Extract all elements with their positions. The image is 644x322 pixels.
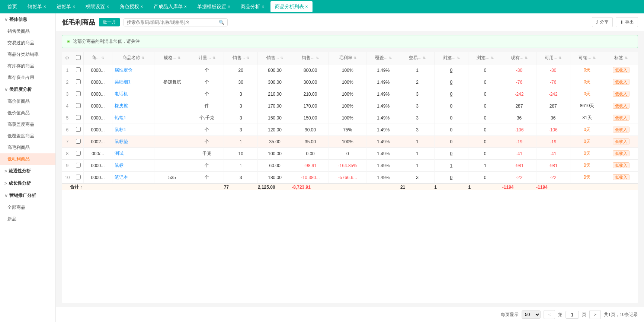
nav-item[interactable]: 进货单 × <box>52 1 80 12</box>
sidebar-item[interactable]: 有库存的商品 <box>0 60 55 72</box>
product-name[interactable]: 笔记本 <box>112 172 154 184</box>
browse-count-1[interactable]: 0 <box>434 88 468 100</box>
nav-item[interactable]: 商品分析列表 × <box>270 1 313 12</box>
browse-count-1[interactable]: 0 <box>434 76 468 88</box>
sort-icon[interactable]: ⇅ <box>525 56 528 60</box>
sidebar-group-title[interactable]: ∨ 整体信息 <box>0 13 55 26</box>
sort-icon[interactable]: ⇅ <box>491 56 494 60</box>
product-name[interactable]: 测试 <box>112 148 154 160</box>
sort-icon[interactable]: ⇅ <box>625 56 628 60</box>
sort-icon[interactable]: ⇅ <box>423 56 426 60</box>
row-checkbox-cell[interactable] <box>73 64 83 76</box>
nav-item[interactable]: 产成品入库单 × <box>149 1 191 12</box>
page-input[interactable] <box>565 311 579 319</box>
column-header-sales_amount[interactable]: 销售... ⇅ <box>258 52 292 64</box>
product-name[interactable]: 属性定价 <box>112 64 154 76</box>
column-header-trade_count[interactable]: 交易... ⇅ <box>400 52 434 64</box>
browse-count-1[interactable]: 1 <box>434 160 468 172</box>
sort-icon[interactable]: ⇅ <box>389 56 392 60</box>
browse-count-1[interactable]: 0 <box>434 100 468 112</box>
nav-item[interactable]: 商品分析 × <box>236 1 269 12</box>
column-header-sales_qty[interactable]: 销售... ⇅ <box>224 52 258 64</box>
sidebar-item[interactable]: 低毛利商品 <box>0 153 55 165</box>
column-header-sales_profit[interactable]: 销售... ⇅ <box>292 52 329 64</box>
browse-count-1[interactable]: 0 <box>434 64 468 76</box>
sort-icon[interactable]: ⇅ <box>212 56 215 60</box>
nav-item[interactable]: 首页 <box>3 1 22 12</box>
column-header-settings[interactable]: ⚙ <box>62 52 73 64</box>
column-header-browse1[interactable]: 浏览... ⇅ <box>434 52 468 64</box>
sort-icon[interactable]: ⇅ <box>280 56 283 60</box>
column-header-unit[interactable]: 计量... ⇅ <box>190 52 224 64</box>
sort-icon[interactable]: ⇅ <box>316 56 319 60</box>
browse-count-1[interactable]: 0 <box>434 124 468 136</box>
sort-icon[interactable]: ⇅ <box>457 56 460 60</box>
row-checkbox-cell[interactable] <box>73 124 83 136</box>
sort-icon[interactable]: ⇅ <box>353 56 356 60</box>
row-checkbox[interactable] <box>76 163 81 168</box>
row-checkbox[interactable] <box>76 175 81 179</box>
product-name[interactable]: 橡皮擦 <box>112 100 154 112</box>
product-name[interactable]: 鼠标1 <box>112 124 154 136</box>
row-checkbox-cell[interactable] <box>73 160 83 172</box>
sidebar-item[interactable]: 低覆盖度商品 <box>0 130 55 142</box>
export-button[interactable]: ⬇ 导出 <box>616 17 638 27</box>
sidebar-item[interactable]: 高毛利商品 <box>0 142 55 153</box>
row-checkbox[interactable] <box>76 79 81 84</box>
sidebar-item[interactable]: 商品分类助销率 <box>0 49 55 60</box>
nav-item[interactable]: 权限设置 × <box>81 1 113 12</box>
column-header-checkbox[interactable] <box>73 52 83 64</box>
sidebar-item[interactable]: 低价值商品 <box>0 107 55 119</box>
sidebar-group-title[interactable]: ∨ 营销推广分析 <box>0 189 55 202</box>
sidebar-item[interactable]: 高价值商品 <box>0 96 55 107</box>
search-input[interactable] <box>127 20 219 25</box>
product-name[interactable]: 电话机 <box>112 88 154 100</box>
column-header-current_stock[interactable]: 现有... ⇅ <box>502 52 536 64</box>
browse-count-1[interactable]: 0 <box>434 112 468 124</box>
column-header-available[interactable]: 可用... ⇅ <box>536 52 570 64</box>
row-checkbox[interactable] <box>76 139 81 144</box>
sidebar-item[interactable]: 高覆盖度商品 <box>0 119 55 130</box>
browse-count-1[interactable]: 0 <box>434 136 468 148</box>
sort-icon[interactable]: ⇅ <box>101 56 104 60</box>
sort-icon[interactable]: ⇅ <box>593 56 596 60</box>
row-checkbox-cell[interactable] <box>73 148 83 160</box>
row-checkbox[interactable] <box>76 103 81 108</box>
product-name[interactable]: 吴细细1 <box>112 76 154 88</box>
column-header-browse2[interactable]: 浏览... ⇅ <box>468 52 502 64</box>
row-checkbox[interactable] <box>76 151 81 156</box>
prev-page-button[interactable]: ＜ <box>544 310 555 319</box>
next-page-button[interactable]: ＞ <box>589 310 601 319</box>
sidebar-item[interactable]: 新品 <box>0 213 55 225</box>
row-checkbox-cell[interactable] <box>73 88 83 100</box>
row-checkbox-cell[interactable] <box>73 112 83 124</box>
column-header-tag[interactable]: 标签 ⇅ <box>604 52 638 64</box>
column-header-coverage[interactable]: 覆盖... ⇅ <box>366 52 400 64</box>
time-filter-button[interactable]: 近一月 <box>99 18 120 26</box>
product-name[interactable]: 铅笔1 <box>112 112 154 124</box>
sidebar-group-title[interactable]: ∨ 类群度分析 <box>0 83 55 96</box>
sidebar-item[interactable]: 库存资金占用 <box>0 72 55 83</box>
product-name[interactable]: 鼠标垫 <box>112 136 154 148</box>
sort-icon[interactable]: ⇅ <box>177 56 180 60</box>
search-icon[interactable]: 🔍 <box>219 20 224 25</box>
sidebar-item[interactable]: 全部商品 <box>0 202 55 213</box>
column-header-code[interactable]: 商... ⇅ <box>83 52 112 64</box>
row-checkbox[interactable] <box>76 67 81 72</box>
sort-icon[interactable]: ⇅ <box>141 56 144 60</box>
column-header-spec[interactable]: 规格... ⇅ <box>154 52 190 64</box>
column-header-name[interactable]: 商品名称 ⇅ <box>112 52 154 64</box>
nav-item[interactable]: 角色授权 × <box>115 1 148 12</box>
share-button[interactable]: ⤴ 分享 <box>592 17 613 27</box>
row-checkbox-cell[interactable] <box>73 100 83 112</box>
nav-item[interactable]: 单据模板设置 × <box>193 1 235 12</box>
per-page-select[interactable]: 50 100 200 <box>522 310 541 319</box>
row-checkbox-cell[interactable] <box>73 76 83 88</box>
column-header-gross_margin[interactable]: 毛利率 ⇅ <box>329 52 366 64</box>
column-header-salable[interactable]: 可销... ⇅ <box>570 52 604 64</box>
sidebar-item[interactable]: 交易过的商品 <box>0 37 55 49</box>
product-name[interactable]: 鼠标 <box>112 160 154 172</box>
row-checkbox-cell[interactable] <box>73 136 83 148</box>
browse-count-1[interactable]: 0 <box>434 148 468 160</box>
settings-icon[interactable]: ⚙ <box>65 55 69 61</box>
